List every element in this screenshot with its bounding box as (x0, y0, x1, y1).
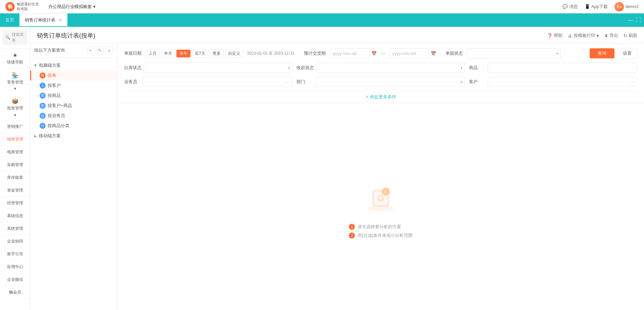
user-menu[interactable]: Ea demo2 (614, 2, 639, 11)
search-menu-btn[interactable]: 🔍 搜索菜单 (3, 30, 27, 45)
tree-item-by-goods[interactable]: 商 按商品 (30, 91, 117, 101)
date-btn-7days[interactable]: 近7天 (192, 50, 208, 57)
tab-sales-order[interactable]: 销售订单统计表 ✕ (19, 13, 67, 27)
date-btn-this-month[interactable]: 本月 (161, 50, 175, 57)
salesperson-input[interactable] (143, 77, 292, 87)
status-select[interactable] (467, 48, 561, 58)
sidebar-item-ecommerce[interactable]: 电商管理 (0, 146, 30, 159)
solution-tree: ▶ 电脑端方案 按 按单 人 按客户 商 (30, 58, 117, 310)
tree-item-by-category[interactable]: 分 按商品分类 (30, 121, 117, 131)
empty-tip-2: 2 用[过滤]条件来缩小分析范围 (349, 232, 412, 239)
refresh-icon: ↻ (624, 33, 627, 38)
chevron-right-icon: ▴ (14, 112, 16, 117)
date-btn-this-year[interactable]: 本年 (176, 50, 191, 57)
tree-item-by-customer[interactable]: 人 按客户 (30, 81, 117, 91)
collapse-bar[interactable]: ∧ 收起更多条件 (124, 91, 637, 103)
tab-bar-actions: — ⛶ (628, 17, 644, 23)
solution-panel-actions: + ✎ « (87, 47, 113, 54)
sidebar-item-operation[interactable]: 经营管理 (0, 197, 30, 210)
expected-date-to-input[interactable] (389, 48, 429, 58)
export-btn[interactable]: ⬇ 导出 (604, 33, 618, 39)
expected-date-from-input[interactable] (330, 48, 370, 58)
payment-select[interactable] (316, 63, 465, 73)
tree-group-mobile: ▶ 移动端方案 (30, 131, 117, 141)
tab-home[interactable]: 首页 (0, 13, 19, 27)
date-range-text: 2023-01-01 至 2023-12-31 (247, 51, 294, 56)
filter-row-2: 出库状态 ▾ 收款状态 (124, 63, 637, 73)
add-solution-btn[interactable]: + (87, 47, 94, 54)
filter-shipment: 出库状态 ▾ (124, 63, 292, 73)
filter-dept: 部门 ▾ (297, 77, 465, 87)
sidebar-item-sales[interactable]: 销售管理 (0, 133, 30, 146)
salesperson-more-icon[interactable]: ··· (286, 79, 290, 85)
tree-item-icon: 客 (40, 103, 46, 109)
sidebar-item-wholesale[interactable]: 📦 批发管理 ▴ (0, 95, 30, 120)
filter-salesperson: 业务员 ··· (124, 77, 292, 87)
app-download-btn[interactable]: 📱 App下载 (585, 4, 608, 10)
top-bar-right: 💬 消息 📱 App下载 Ea demo2 (562, 2, 639, 11)
refresh-btn[interactable]: ↻ 刷新 (624, 33, 637, 39)
messages-btn[interactable]: 💬 消息 (562, 4, 578, 10)
sidebar-item-system[interactable]: 系统管理 (0, 222, 30, 235)
dept-control: ▾ (315, 77, 465, 87)
sidebar-item-finance[interactable]: 资金管理 (0, 184, 30, 197)
filter-area: 单据日期 上月 本月 本年 近7天 更多 自定义 2023-01-01 至 20… (117, 43, 644, 103)
expected-date-to: 📅 (389, 48, 436, 58)
top-bar: 畅 畅捷通好生意 标准版 办公用品行业模拟账套 ▾ 💬 消息 📱 App下载 E… (0, 0, 644, 13)
filter-goods: 商品 ··· (469, 63, 637, 73)
dept-select[interactable] (315, 77, 465, 87)
tree-group-mobile-header[interactable]: ▶ 移动端方案 (30, 131, 117, 141)
date-btn-custom[interactable]: 自定义 (225, 50, 243, 57)
solution-panel: 按以下方案查询 + ✎ « ▶ (30, 43, 117, 310)
date-btn-more[interactable]: 更多 (210, 50, 224, 57)
tree-item-icon: 人 (40, 83, 46, 89)
sidebar-item-wechat[interactable]: 企业微信 (0, 273, 30, 286)
collapse-solution-btn[interactable]: « (106, 47, 113, 54)
tree-item-by-order[interactable]: 按 按单 (30, 70, 117, 81)
sidebar-item-enterprise[interactable]: 企业协同 (0, 235, 30, 248)
sidebar-item-marketing[interactable]: 营销推广 (0, 120, 30, 133)
calendar-icon[interactable]: 📅 (371, 51, 377, 56)
sidebar-item-retail[interactable]: 🏪 零售管理 ▾ (0, 69, 30, 95)
sidebar-item-member[interactable]: 畅会员 (0, 286, 30, 299)
tab-close-icon[interactable]: ✕ (59, 18, 62, 22)
sidebar-search: 🔍 搜索菜单 (0, 27, 30, 49)
query-button[interactable]: 查询 (590, 48, 614, 58)
collapse-up-icon: ∧ (365, 94, 369, 99)
print-chevron-icon: ▾ (597, 33, 599, 38)
help-btn[interactable]: ❓ 帮助 (547, 33, 562, 39)
print-icon: 🖨 (568, 33, 572, 38)
tab-maximize-icon[interactable]: ⛶ (636, 17, 641, 23)
sidebar-item-quick-nav[interactable]: ★ 快捷导航 (0, 49, 30, 69)
page-actions: ❓ 帮助 🖨 按模板打印 ▾ ⬇ 导出 ↻ 刷新 (547, 33, 637, 39)
sidebar-item-purchase[interactable]: 采购管理 (0, 159, 30, 171)
empty-tips: 1 请先选择要分析的方案 2 用[过滤]条件来缩小分析范围 (349, 224, 412, 239)
empty-illustration: ! (359, 175, 402, 218)
calendar-icon2[interactable]: 📅 (431, 51, 436, 56)
settings-button[interactable]: 设置 (617, 48, 637, 59)
query-btns: 查询 设置 (590, 48, 637, 59)
date-btn-last-month[interactable]: 上月 (146, 50, 160, 57)
sidebar-item-app-center[interactable]: 应用中心 (0, 261, 30, 273)
content-body: 按以下方案查询 + ✎ « ▶ (30, 43, 644, 310)
tree-item-by-customer-goods[interactable]: 客 按客户+商品 (30, 101, 117, 111)
expected-date-label: 预计交货期 (304, 50, 326, 56)
tab-minimize-icon[interactable]: — (628, 17, 633, 23)
edit-solution-btn[interactable]: ✎ (96, 47, 104, 54)
tree-item-icon: 业 (40, 113, 46, 119)
payment-control: ▾ (316, 63, 465, 73)
customer-input[interactable] (488, 77, 637, 87)
tree-item-by-salesperson[interactable]: 业 按业务员 (30, 111, 117, 121)
date-dash: — (381, 51, 385, 56)
sidebar-item-base[interactable]: 基础信息 (0, 210, 30, 222)
company-selector[interactable]: 办公用品行业模拟账套 ▾ (48, 4, 96, 10)
shipment-select[interactable] (144, 63, 292, 73)
tree-group-desktop-header[interactable]: ▶ 电脑端方案 (30, 60, 117, 70)
goods-input[interactable] (488, 63, 637, 73)
customer-more-icon[interactable]: ··· (631, 79, 635, 85)
solution-panel-header: 按以下方案查询 + ✎ « (30, 43, 117, 58)
sidebar-item-inventory[interactable]: 库存核算 (0, 171, 30, 184)
sidebar-item-newbie[interactable]: 新手引导 (0, 248, 30, 261)
goods-more-icon[interactable]: ··· (631, 65, 635, 70)
print-btn[interactable]: 🖨 按模板打印 ▾ (568, 33, 599, 39)
